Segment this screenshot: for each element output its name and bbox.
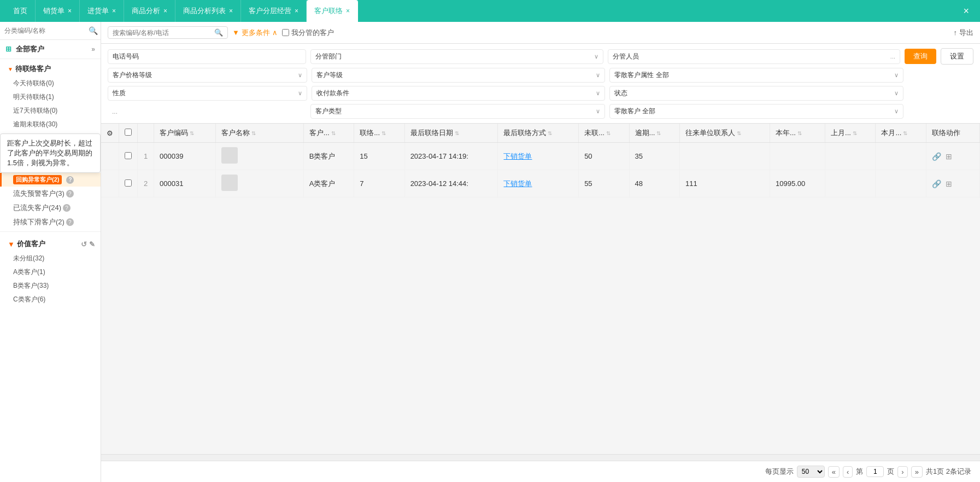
sidebar-item-repurchase-abnormal[interactable]: 回购异常客户(2) ? xyxy=(0,173,101,187)
close-icon[interactable]: × xyxy=(229,7,233,15)
search-bar: 🔍 xyxy=(108,26,228,39)
filter-more[interactable]: ... xyxy=(108,106,306,118)
export-icon: ↑ xyxy=(954,28,958,37)
total-label: 共1页 2条记录 xyxy=(926,467,971,477)
col-settings[interactable]: ⚙ xyxy=(101,124,119,143)
col-last-date[interactable]: 最后联络日期⇅ xyxy=(404,124,498,143)
sidebar-group-title-pending[interactable]: ▼ 待联络客户 xyxy=(0,61,101,77)
row-checkbox[interactable] xyxy=(125,152,132,159)
close-icon[interactable]: × xyxy=(346,7,350,15)
col-contact-person[interactable]: 往来单位联系人⇅ xyxy=(679,124,770,143)
nav-tab-customer-segment[interactable]: 客户分层经营 × xyxy=(241,0,307,22)
filter-payment-label: 收付款条件 xyxy=(316,89,349,98)
page-input[interactable] xyxy=(866,466,884,477)
refresh-icon[interactable]: ↺ xyxy=(81,240,87,248)
export-button[interactable]: ↑ 导出 xyxy=(954,28,974,38)
customer-table: ⚙ 客户编码⇅ 客户名称⇅ 客户...⇅ 联络...⇅ 最后联络日期⇅ 最后联络… xyxy=(101,124,980,198)
sidebar-value-title[interactable]: ▼ 价值客户 ↺ ✎ xyxy=(0,236,101,252)
edit-icon[interactable]: ✎ xyxy=(89,240,95,248)
filter-status[interactable]: 状态 ∨ xyxy=(609,86,903,101)
sidebar-item-class-c[interactable]: C类客户(6) xyxy=(0,293,101,306)
filter-retail-customer[interactable]: 零散客户 全部 ∨ xyxy=(609,104,904,119)
col-type[interactable]: 客户...⇅ xyxy=(303,124,354,143)
sidebar-item-overdue[interactable]: 逾期未联络(30) xyxy=(0,118,101,131)
help-icon[interactable]: ? xyxy=(66,190,74,198)
filter-phone[interactable]: 电话号码 xyxy=(108,49,306,64)
sidebar-item-today[interactable]: 今天待联络(0) xyxy=(0,77,101,90)
select-all-checkbox[interactable] xyxy=(125,129,132,136)
col-last-method[interactable]: 最后联络方式⇅ xyxy=(498,124,579,143)
my-customer-checkbox-label[interactable]: 我分管的客户 xyxy=(282,28,334,38)
row-checkbox[interactable] xyxy=(125,179,132,187)
horizontal-scrollbar[interactable] xyxy=(101,454,980,461)
sales-order-link[interactable]: 下销货单 xyxy=(503,152,532,160)
query-button[interactable]: 查询 xyxy=(905,49,936,64)
filter-gender[interactable]: 性质 ∨ xyxy=(108,86,307,101)
sales-order-link[interactable]: 下销货单 xyxy=(503,179,532,188)
filter-manager[interactable]: 分管人员 ... xyxy=(608,49,901,64)
sidebar-item-churned[interactable]: 已流失客户(24) ? xyxy=(0,201,101,215)
sidebar-search-bar: 🔍 xyxy=(0,22,101,40)
next-page-button[interactable]: › xyxy=(897,466,907,478)
table-scroll-container[interactable]: ⚙ 客户编码⇅ 客户名称⇅ 客户...⇅ 联络...⇅ 最后联络日期⇅ 最后联络… xyxy=(101,124,980,454)
filter-customer-type[interactable]: 客户类型 ∨ xyxy=(310,104,605,119)
filter-more-button[interactable]: ▼ 更多条件 ∧ xyxy=(232,28,278,38)
collapse-icon[interactable]: » xyxy=(91,45,95,53)
help-icon[interactable]: ? xyxy=(63,204,71,212)
help-icon[interactable]: ? xyxy=(66,218,74,226)
nav-tab-product-list[interactable]: 商品分析列表 × xyxy=(175,0,241,22)
prev-page-button[interactable]: ‹ xyxy=(843,466,853,478)
top-nav: 首页 销货单 × 进货单 × 商品分析 × 商品分析列表 × 客户分层经营 × … xyxy=(0,0,980,22)
close-icon[interactable]: × xyxy=(112,7,116,15)
search-icon[interactable]: 🔍 xyxy=(214,28,223,37)
col-unlink-days[interactable]: 未联...⇅ xyxy=(579,124,629,143)
search-input[interactable] xyxy=(113,29,212,37)
chevron-down-icon: ∨ xyxy=(596,90,600,97)
help-icon[interactable]: ? xyxy=(66,176,74,184)
col-action: 联络动作 xyxy=(926,124,979,143)
col-contact-count[interactable]: 联络...⇅ xyxy=(354,124,404,143)
close-icon[interactable]: × xyxy=(68,7,72,15)
last-page-button[interactable]: » xyxy=(911,466,923,478)
filter-retail-attr[interactable]: 零散客户属性 全部 ∨ xyxy=(609,68,903,83)
per-page-select[interactable]: 20 50 100 xyxy=(797,466,825,478)
filter-type-label: 客户类型 xyxy=(315,107,342,116)
sidebar-item-churn-warning[interactable]: 流失预警客户(3) ? xyxy=(0,187,101,201)
action-icon-link[interactable]: 🔗 xyxy=(932,152,941,161)
my-customer-checkbox[interactable] xyxy=(282,29,289,36)
filter-customer-level[interactable]: 客户等级 ∨ xyxy=(312,68,606,83)
action-icon-grid[interactable]: ⊞ xyxy=(946,152,952,161)
col-check[interactable] xyxy=(119,124,138,143)
search-icon[interactable]: 🔍 xyxy=(89,26,98,35)
sidebar-all-customers[interactable]: ⊞ 全部客户 » xyxy=(0,40,101,59)
sidebar-item-7days[interactable]: 近7天待联络(0) xyxy=(0,104,101,118)
filter-price-level[interactable]: 客户价格等级 ∨ xyxy=(108,68,307,83)
nav-tab-product-analysis[interactable]: 商品分析 × xyxy=(124,0,175,22)
col-code[interactable]: 客户编码⇅ xyxy=(154,124,216,143)
col-last-month[interactable]: 上月...⇅ xyxy=(825,124,876,143)
action-icon-link[interactable]: 🔗 xyxy=(932,179,941,188)
sidebar-item-class-a[interactable]: A类客户(1) xyxy=(0,265,101,279)
sidebar-item-ungrouped[interactable]: 未分组(32) xyxy=(0,252,101,265)
sidebar-item-declining[interactable]: 持续下滑客户(2) ? xyxy=(0,215,101,229)
col-name[interactable]: 客户名称⇅ xyxy=(215,124,303,143)
close-icon[interactable]: × xyxy=(163,7,167,15)
sidebar-item-tomorrow[interactable]: 明天待联络(1) xyxy=(0,90,101,104)
chevron-down-icon: ∨ xyxy=(596,108,600,115)
nav-tab-home[interactable]: 首页 xyxy=(5,0,36,22)
sidebar-item-class-b[interactable]: B类客户(33) xyxy=(0,279,101,293)
window-close-button[interactable]: × xyxy=(958,5,975,17)
setting-button[interactable]: 设置 xyxy=(941,48,973,65)
filter-payment[interactable]: 收付款条件 ∨ xyxy=(312,86,606,101)
first-page-button[interactable]: « xyxy=(828,466,840,478)
nav-tab-sales[interactable]: 销货单 × xyxy=(36,0,80,22)
filter-dept[interactable]: 分管部门 ∨ xyxy=(310,49,603,64)
nav-tab-purchase[interactable]: 进货单 × xyxy=(80,0,124,22)
col-overdue[interactable]: 逾期...⇅ xyxy=(629,124,679,143)
nav-tab-customer-contact[interactable]: 客户联络 × xyxy=(307,0,358,22)
action-icon-grid[interactable]: ⊞ xyxy=(946,179,952,188)
col-this-month[interactable]: 本月...⇅ xyxy=(876,124,926,143)
sidebar-search-input[interactable] xyxy=(4,27,86,34)
close-icon[interactable]: × xyxy=(295,7,298,15)
col-year-amount[interactable]: 本年...⇅ xyxy=(770,124,825,143)
